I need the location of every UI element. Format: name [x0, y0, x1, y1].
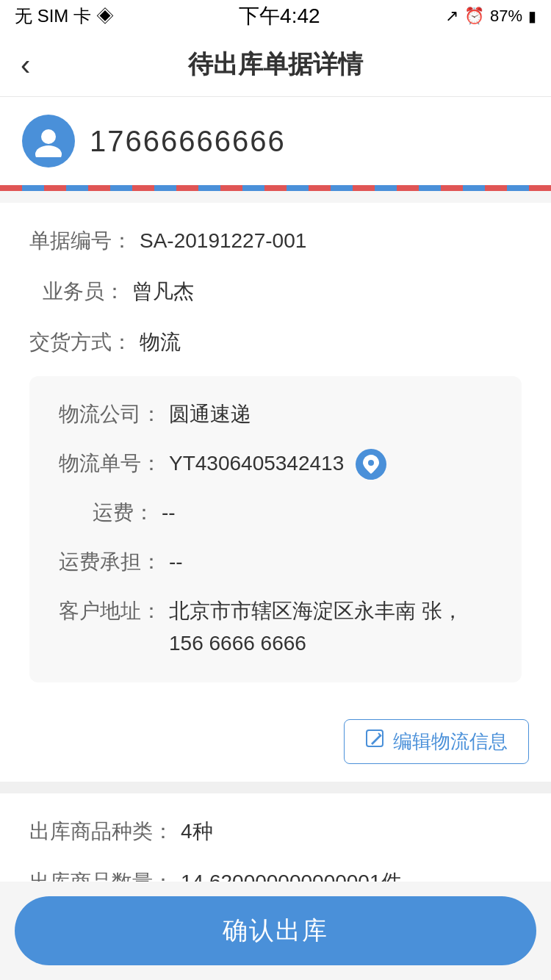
logistics-company-row: 物流公司： 圆通速递 [59, 398, 492, 431]
user-phone: 17666666666 [90, 125, 286, 158]
edit-logistics-label: 编辑物流信息 [393, 729, 508, 754]
alarm-icon: ⏰ [464, 7, 484, 26]
page-title: 待出库单据详情 [188, 48, 363, 82]
order-number-label: 单据编号： [29, 225, 132, 258]
freight-label: 运费： [59, 497, 154, 530]
logistics-card: 物流公司： 圆通速递 物流单号： YT4306405342413 运费： -- … [29, 376, 522, 682]
order-number-value: SA-20191227-001 [132, 225, 522, 258]
product-types-label: 出库商品种类： [29, 815, 173, 849]
freight-bearer-label: 运费承担： [59, 546, 162, 579]
svg-point-0 [41, 129, 56, 144]
svg-point-2 [368, 460, 374, 466]
decorative-divider [0, 185, 551, 191]
freight-row: 运费： -- [59, 497, 492, 530]
freight-bearer-value: -- [162, 546, 492, 579]
freight-value: -- [154, 497, 492, 530]
product-types-row: 出库商品种类： 4种 [29, 815, 522, 849]
user-header: 17666666666 [0, 97, 551, 185]
logistics-company-label: 物流公司： [59, 398, 162, 431]
edit-logistics-section: 编辑物流信息 [0, 705, 551, 782]
address-value: 北京市市辖区海淀区永丰南 张，156 6666 6666 [162, 595, 492, 661]
delivery-label: 交货方式： [29, 326, 132, 359]
sim-status: 无 SIM 卡 ◈ [15, 4, 114, 28]
freight-bearer-row: 运费承担： -- [59, 546, 492, 579]
edit-logistics-button[interactable]: 编辑物流信息 [344, 719, 529, 764]
basic-info-section: 单据编号： SA-20191227-001 业务员： 曾凡杰 交货方式： 物流 … [0, 203, 551, 705]
delivery-row: 交货方式： 物流 [29, 326, 522, 359]
back-button[interactable]: ‹ [21, 50, 30, 79]
battery-level: 87% [490, 7, 522, 26]
tracking-number-value: YT4306405342413 [162, 447, 492, 480]
location-icon: ↗ [445, 7, 458, 26]
status-time: 下午4:42 [239, 2, 320, 30]
confirm-outbound-button[interactable]: 确认出库 [15, 896, 536, 965]
location-pin-icon[interactable] [356, 449, 386, 480]
order-number-row: 单据编号： SA-20191227-001 [29, 225, 522, 258]
section-divider [0, 782, 551, 793]
svg-point-1 [35, 145, 62, 157]
salesman-row: 业务员： 曾凡杰 [29, 275, 522, 309]
salesman-label: 业务员： [29, 275, 125, 309]
nav-bar: ‹ 待出库单据详情 [0, 32, 551, 97]
bottom-bar: 确认出库 [0, 882, 551, 980]
tracking-number-label: 物流单号： [59, 447, 162, 480]
logistics-company-value: 圆通速递 [162, 398, 492, 431]
battery-icon: ▮ [528, 7, 536, 25]
edit-icon [365, 729, 386, 754]
tracking-number-row: 物流单号： YT4306405342413 [59, 447, 492, 480]
product-types-value: 4种 [173, 815, 522, 849]
address-row: 客户地址： 北京市市辖区海淀区永丰南 张，156 6666 6666 [59, 595, 492, 661]
status-left: 无 SIM 卡 ◈ [15, 4, 114, 28]
delivery-value: 物流 [132, 326, 522, 359]
status-right: ↗ ⏰ 87% ▮ [445, 7, 536, 26]
salesman-value: 曾凡杰 [125, 275, 522, 309]
svg-rect-3 [367, 730, 383, 746]
status-bar: 无 SIM 卡 ◈ 下午4:42 ↗ ⏰ 87% ▮ [0, 0, 551, 32]
avatar [22, 115, 75, 167]
address-label: 客户地址： [59, 595, 162, 628]
